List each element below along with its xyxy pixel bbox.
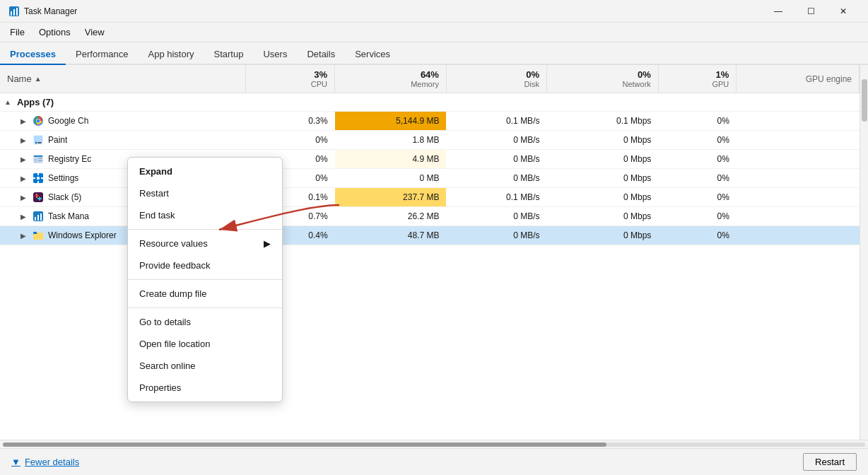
paint-icon [33,134,44,146]
tab-details[interactable]: Details [297,45,345,65]
svg-rect-31 [37,215,39,221]
tab-performance[interactable]: Performance [66,45,138,65]
app-icon [8,6,20,17]
network-pct: 0% [554,69,651,80]
paint-disk: 0 MB/s [446,131,546,150]
tab-users[interactable]: Users [253,45,297,65]
tab-startup[interactable]: Startup [204,45,254,65]
ctx-expand[interactable]: Expand [128,160,282,182]
row-paint[interactable]: ▶ Paint 0% [0,131,860,150]
svg-rect-27 [35,195,39,197]
ctx-provide-feedback[interactable]: Provide feedback [128,254,282,276]
taskmanager-gpuengine [737,207,860,226]
menu-view[interactable]: View [78,24,112,40]
paint-cpu: 0% [245,131,334,150]
menu-file[interactable]: File [3,24,32,40]
horizontal-scrollbar-thumb[interactable] [3,442,606,447]
fewer-details-link[interactable]: ▼ Fewer details [11,457,79,467]
taskmanager-name: Task Mana [48,211,89,221]
ctx-end-task[interactable]: End task [128,204,282,226]
col-header-gpu[interactable]: 1% GPU [658,65,737,93]
registry-name: Registry Ec [48,154,91,164]
bottom-bar: ▼ Fewer details Restart [0,448,868,475]
settings-memory: 0 MB [335,169,447,188]
registry-network: 0 Mbps [546,150,658,169]
slack-name: Slack (5) [48,192,81,202]
tab-processes[interactable]: Processes [0,45,66,65]
svg-point-10 [35,142,37,144]
ctx-open-file-location[interactable]: Open file location [128,333,282,355]
vertical-scrollbar[interactable] [860,65,868,440]
svg-rect-28 [37,198,42,199]
fewer-details-label: Fewer details [25,457,79,467]
ctx-divider-3 [128,307,282,308]
col-header-gpuengine[interactable]: GPU engine [737,65,860,93]
minimize-button[interactable]: — [762,0,794,23]
chrome-memory: 5,144.9 MB [335,112,447,131]
expand-explorer[interactable]: ▶ [18,230,28,240]
settings-gpu: 0% [658,169,737,188]
window-title: Task Manager [24,6,762,16]
svg-rect-11 [37,142,42,143]
expand-paint[interactable]: ▶ [18,135,28,145]
svg-rect-20 [37,173,39,175]
ctx-resource-values-label: Resource values [139,238,208,249]
svg-rect-15 [38,158,42,159]
maximize-button[interactable]: ☐ [794,0,827,23]
col-header-disk[interactable]: 0% Disk [446,65,546,93]
slack-gpuengine [737,188,860,207]
col-header-network[interactable]: 0% Network [546,65,658,93]
chrome-name: Google Ch [48,116,88,126]
slack-icon [33,192,44,203]
memory-pct: 64% [342,69,439,80]
tab-bar: Processes Performance App history Startu… [0,42,868,65]
expand-chrome[interactable]: ▶ [18,116,28,126]
v-scrollbar-thumb[interactable] [862,79,867,122]
chrome-gpu: 0% [658,112,737,131]
ctx-create-dump[interactable]: Create dump file [128,283,282,305]
chrome-disk: 0.1 MB/s [446,112,546,131]
svg-rect-14 [34,158,37,163]
restart-button[interactable]: Restart [803,453,857,471]
ctx-resource-values[interactable]: Resource values ▶ [128,233,282,254]
tab-services[interactable]: Services [345,45,400,65]
horizontal-scrollbar-track[interactable] [3,442,865,447]
expand-registry[interactable]: ▶ [18,154,28,164]
expand-settings[interactable]: ▶ [18,173,28,183]
ctx-go-to-details[interactable]: Go to details [128,311,282,333]
cpu-label: CPU [253,80,327,88]
svg-rect-21 [37,181,39,183]
paint-memory: 1.8 MB [335,131,447,150]
svg-rect-36 [33,232,37,234]
svg-rect-35 [34,234,42,240]
menu-options[interactable]: Options [32,24,78,40]
svg-rect-13 [34,156,42,157]
paint-gpu: 0% [658,131,737,150]
memory-label: Memory [342,80,439,88]
col-header-cpu[interactable]: 3% CPU [245,65,334,93]
col-header-name[interactable]: Name ▲ [0,65,245,93]
svg-rect-16 [38,160,42,161]
chrome-cpu: 0.3% [245,112,334,131]
close-button[interactable]: ✕ [827,0,860,23]
tab-app-history[interactable]: App history [138,45,204,65]
svg-rect-32 [40,213,42,221]
ctx-search-online[interactable]: Search online [128,355,282,377]
row-chrome[interactable]: ▶ [0,112,860,131]
ctx-restart[interactable]: Restart [128,182,282,204]
explorer-name: Windows Explorer [48,230,117,240]
group-apps[interactable]: ▲ Apps (7) [0,93,860,112]
svg-rect-24 [33,192,43,202]
explorer-gpuengine [737,226,860,245]
sort-arrow-up: ▲ [35,75,42,83]
ctx-properties[interactable]: Properties [128,377,282,399]
expand-taskmanager[interactable]: ▶ [18,211,28,221]
fewer-details-arrow: ▼ [11,457,20,467]
col-header-memory[interactable]: 64% Memory [335,65,447,93]
expand-slack[interactable]: ▶ [18,192,28,202]
context-menu: Expand Restart End task Resource values … [127,157,283,402]
chrome-network: 0.1 Mbps [546,112,658,131]
settings-icon [33,172,44,184]
svg-point-7 [37,119,40,123]
expand-apps[interactable]: ▲ [3,98,13,107]
